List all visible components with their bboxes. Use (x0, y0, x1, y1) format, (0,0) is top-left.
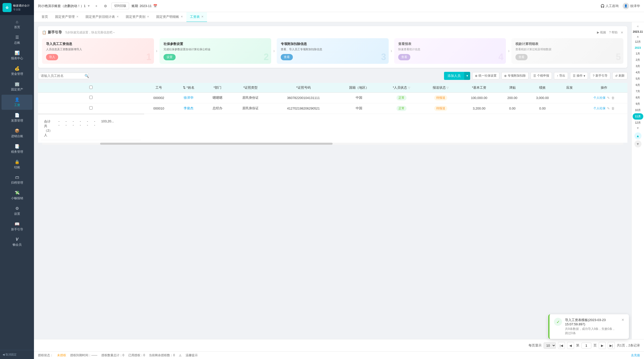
sidebar-item-invoicing[interactable]: 📄 发票管理 (2, 110, 32, 125)
cal-month-oct[interactable]: 10月 (633, 107, 643, 113)
tab-fixed-category[interactable]: 固定资产类别 ✕ (122, 12, 153, 22)
cal-month-sep[interactable]: 9月 (633, 101, 643, 107)
cal-month-jan[interactable]: 1月 (633, 50, 643, 57)
calendar-up-btn[interactable]: ▲ (636, 34, 640, 39)
newbie-guide-btn[interactable]: ? 新手引导 (590, 72, 610, 79)
add-person-dropdown[interactable]: ▾ (464, 72, 470, 80)
sidebar-item-reports[interactable]: 📊 报表中心 (2, 48, 32, 63)
sidebar-item-vip[interactable]: V 畅会员 (2, 235, 32, 249)
tax-apply-btn[interactable]: ☰ 个税申报 (531, 72, 552, 79)
page-size-select[interactable]: 10 20 50 (544, 342, 556, 349)
calendar-icon[interactable]: 📅 (153, 4, 157, 8)
tab-payroll-close[interactable]: ✕ (201, 15, 204, 18)
row1-delete-icon[interactable]: 🗑 (611, 96, 615, 100)
cal-month-apr[interactable]: 4月 (633, 69, 643, 76)
cal-month-dec-prev[interactable]: 12月 (633, 39, 643, 45)
step-2-btn[interactable]: 设置 (164, 54, 176, 60)
last-page-btn[interactable]: ▶| (608, 342, 615, 349)
sidebar-item-home[interactable]: ⌂ 首页 (2, 17, 32, 32)
row1-name[interactable]: 徐泽华 (173, 92, 204, 103)
toast-close-btn[interactable]: ✕ (621, 318, 624, 322)
status-filter-icon[interactable]: ▽ (408, 86, 410, 89)
settings-gear-icon[interactable]: ⚙ (102, 3, 109, 10)
sidebar-item-general-ledger[interactable]: ☰ 总账 (2, 32, 32, 47)
cal-month-jul[interactable]: 7月 (633, 88, 643, 94)
row2-select[interactable] (89, 106, 93, 110)
invoicing-icon: 📄 (15, 113, 20, 118)
cal-action-2[interactable]: ▼ (634, 140, 641, 147)
select-all-checkbox[interactable] (89, 86, 93, 89)
search-icon[interactable]: 🔍 (85, 74, 89, 78)
cal-year-2023[interactable]: 2023 (633, 45, 643, 50)
row2-delete-icon[interactable]: 🗑 (611, 107, 615, 110)
row2-social-security-link[interactable]: 个人社保 (593, 106, 606, 111)
tab-payroll[interactable]: 工资表 ✕ (186, 12, 207, 22)
guide-video-link[interactable]: ▶ 视频 (597, 30, 606, 35)
sidebar-toggle[interactable]: ◀ 取消固定 (0, 350, 34, 359)
tab-fixed-assets[interactable]: 固定资产管理 ✕ (52, 12, 82, 22)
cal-month-dec[interactable]: 12月 (633, 120, 643, 126)
service-btn[interactable]: 🎧 人工咨询 (600, 4, 619, 8)
row1-edit-icon[interactable]: ✎ (607, 96, 610, 100)
horizontal-scrollbar[interactable] (42, 143, 623, 145)
sidebar-item-tax[interactable]: 📑 税务管理 (2, 141, 32, 157)
account-selector[interactable]: 刘小艳演示账套（勿删勿动！）1 ▼ (38, 4, 90, 8)
step-4-btn[interactable]: 查看 (398, 54, 410, 60)
tab-home[interactable]: 首页 (38, 12, 52, 22)
row2-name-link[interactable]: 李俊杰 (184, 106, 193, 110)
recharge-link[interactable]: 去充值 (631, 353, 640, 357)
step-5-btn[interactable]: 查看 (515, 54, 528, 60)
sidebar-item-close[interactable]: 🔒 结账 (2, 157, 32, 172)
first-page-btn[interactable]: |◀ (558, 342, 565, 349)
send-status-filter-icon[interactable]: ▽ (447, 86, 449, 89)
special-deduct-btn[interactable]: ⊕ 专项附加扣除 (501, 72, 529, 79)
tab-fixed-assets-close[interactable]: ✕ (76, 15, 78, 18)
tab-category-close[interactable]: ✕ (147, 15, 149, 18)
sidebar-item-settings[interactable]: ⚙ 设置 (2, 203, 32, 219)
refresh-btn[interactable]: ↺ 刷新 (612, 72, 627, 79)
row1-social-security-link[interactable]: 个人社保 (593, 96, 606, 100)
sidebar-item-fixed-assets[interactable]: 🏢 固定资产 (2, 79, 32, 94)
add-person-btn[interactable]: 添加人员 (444, 72, 464, 80)
sidebar-item-stock[interactable]: 📦 进销台账 (2, 126, 32, 141)
guide-close-btn[interactable]: ✕ (621, 31, 623, 34)
cal-month-aug[interactable]: 8月 (633, 94, 643, 101)
user-menu[interactable]: 👤 徐泽华 (623, 3, 640, 9)
account-dropdown-icon[interactable]: ▼ (87, 4, 90, 8)
sidebar-item-funds[interactable]: 💰 资金管理 (2, 64, 32, 79)
step-1-btn[interactable]: 导入 (46, 54, 58, 60)
calendar-down-btn[interactable]: ▼ (636, 126, 640, 130)
sidebar-item-payroll[interactable]: 👤 工资 (2, 95, 32, 110)
tab-fixed-detail[interactable]: 固定资产明细账 ✕ (153, 12, 186, 22)
scrollbar-thumb[interactable] (100, 143, 333, 145)
row2-edit-icon[interactable]: ✎ (607, 107, 610, 110)
page-input[interactable] (581, 343, 591, 348)
cal-month-nov[interactable]: 11月 (633, 113, 643, 120)
sidebar-item-archive[interactable]: 🗃 归档管理 (2, 173, 32, 187)
sidebar-item-invoicing-label: 发票管理 (11, 119, 23, 123)
cal-month-jun[interactable]: 6月 (633, 82, 643, 88)
export-btn[interactable]: ↑ 导出 (554, 72, 568, 79)
step-3-btn[interactable]: 查看 (281, 54, 293, 60)
row1-name-link[interactable]: 徐泽华 (184, 96, 193, 99)
tab-fixed-depreciation[interactable]: 固定资产折旧统计表 ✕ (82, 12, 122, 22)
calendar-expand-btn[interactable]: « (636, 23, 640, 29)
row1-select[interactable] (89, 96, 93, 99)
guide-help-link[interactable]: ? 帮助 (609, 30, 618, 35)
sidebar-item-expense[interactable]: 💸 小畅报销 (2, 188, 32, 203)
next-page-btn[interactable]: ▶ (599, 342, 606, 349)
tab-detail-close[interactable]: ✕ (181, 15, 183, 18)
search-input[interactable] (41, 74, 83, 78)
row2-name[interactable]: 李俊杰 (173, 103, 204, 114)
prev-page-btn[interactable]: ◀ (567, 342, 574, 349)
cal-month-feb[interactable]: 2月 (633, 57, 643, 63)
cal-action-1[interactable]: ▲ (634, 132, 641, 139)
switch-version-btn[interactable]: 切到旧版 (111, 3, 129, 9)
social-security-btn[interactable]: ⊕ 统一社保设置 (472, 72, 499, 79)
cal-month-may[interactable]: 5月 (633, 76, 643, 82)
operate-btn[interactable]: ☰ 操作 ▾ (570, 72, 588, 79)
sidebar-item-guide[interactable]: 📖 新手引导 (2, 219, 32, 234)
cal-month-mar[interactable]: 3月 (633, 63, 643, 69)
add-account-btn[interactable]: ＋ (93, 3, 100, 10)
tab-depreciation-close[interactable]: ✕ (116, 15, 119, 18)
